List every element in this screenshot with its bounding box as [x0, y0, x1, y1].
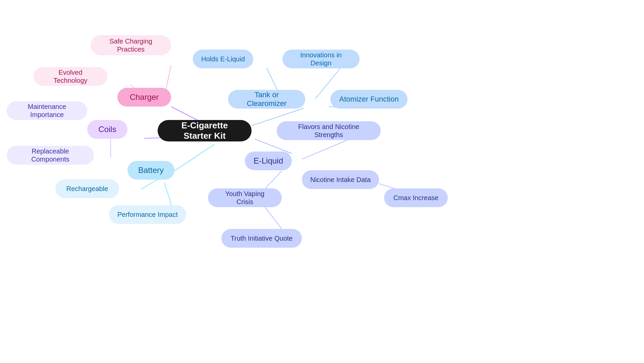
truth-quote-node: Truth Initiative Quote — [221, 229, 302, 248]
maintenance-node: Maintenance Importance — [7, 101, 87, 120]
atomizer-node: Atomizer Function — [330, 90, 408, 109]
coils-node: Coils — [87, 120, 127, 139]
innovations-node: Innovations in Design — [282, 50, 360, 68]
flavors-node: Flavors and Nicotine Strengths — [277, 121, 381, 140]
holds-liquid-node: Holds E-Liquid — [193, 50, 253, 68]
svg-line-15 — [265, 171, 282, 189]
cmax-node: Cmax Increase — [384, 188, 448, 207]
tank-node: Tank or Clearomizer — [228, 90, 305, 109]
charger-node: Charger — [117, 88, 171, 107]
nicotine-data-node: Nicotine Intake Data — [302, 170, 379, 189]
eliquid-node: E-Liquid — [245, 152, 292, 170]
youth-crisis-node: Youth Vaping Crisis — [208, 188, 282, 207]
rechargeable-node: Rechargeable — [55, 179, 119, 198]
svg-line-17 — [265, 207, 282, 229]
battery-node: Battery — [127, 161, 174, 180]
safe-charging-node: Safe Charging Practices — [91, 35, 171, 55]
center-node: E-Cigarette Starter Kit — [158, 120, 252, 141]
performance-node: Performance Impact — [109, 205, 186, 224]
replaceable-node: Replaceable Components — [7, 146, 94, 165]
evolved-tech-node: Evolved Technology — [34, 67, 107, 86]
svg-line-2 — [174, 144, 215, 171]
svg-line-14 — [302, 140, 347, 159]
